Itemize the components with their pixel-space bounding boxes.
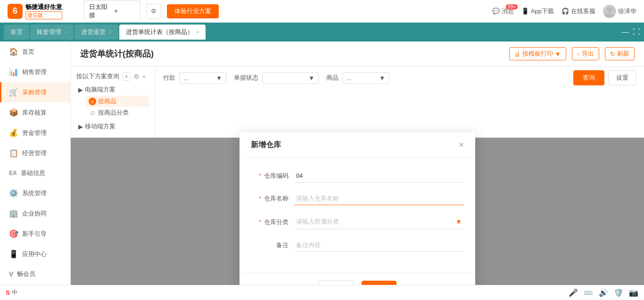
tab-account-close-icon[interactable]: × (64, 29, 67, 35)
dialog-title: 新增仓库 (251, 140, 281, 150)
avatar (603, 5, 616, 18)
headset-icon: 🎧 (561, 8, 569, 15)
status-select[interactable]: ▼ (262, 72, 319, 84)
tab-home[interactable]: 首页 (4, 25, 29, 40)
user-menu[interactable]: 徐泽华 (603, 5, 636, 18)
tab-maximize-icon[interactable]: ⛶ (633, 28, 640, 36)
store-selector[interactable]: 日太阳膜 ▼ (84, 0, 140, 22)
sidebar-item-system[interactable]: ⚙️ 系统管理 (0, 183, 70, 203)
name-input[interactable] (294, 192, 464, 205)
logo-icon: 6 (8, 4, 23, 19)
scheme-settings-icon[interactable]: ⚙ (133, 73, 140, 80)
trial-button[interactable]: 体验行业方案 (167, 4, 219, 18)
add-scheme-button[interactable]: + (122, 72, 131, 81)
print-chevron-icon: ▼ (555, 50, 561, 58)
filter-tree-area: 按以下方案查询 + ⚙ « ▶ 电脑端方案 ⊙ 按商品 (71, 67, 156, 137)
action-buttons: 查询 设置 (573, 70, 636, 85)
form-row-code: * 仓库编码 (251, 169, 464, 183)
sidebar-item-app-center[interactable]: 📱 应用中心 (0, 244, 70, 264)
payment-chevron-icon: ▼ (216, 75, 222, 82)
tab-purchase-return-close-icon[interactable]: × (108, 29, 111, 35)
tab-purchase-stats-close-icon[interactable]: × (196, 29, 199, 35)
bottom-icons: 🎤 ⌨️ 🔊 🛡️ 📷 (569, 288, 638, 297)
svg-point-0 (607, 7, 612, 13)
sidebar-item-basic-info[interactable]: EA 基础信息 (0, 163, 70, 183)
inventory-icon: 📦 (9, 108, 18, 117)
keyboard-icon[interactable]: ⌨️ (584, 288, 593, 297)
goods-select[interactable]: ... ▼ (342, 72, 389, 84)
sidebar-item-inventory[interactable]: 📦 库存核算 (0, 102, 70, 123)
refresh-button[interactable]: ↻ 刷新 (605, 47, 635, 60)
brand-logo: S (6, 289, 10, 296)
form-row-note: 备注 (251, 239, 464, 252)
tree-child-by-category[interactable]: ⊙ 按商品分类 (86, 107, 149, 118)
mic-icon[interactable]: 🎤 (569, 288, 578, 297)
brand-label: 中 (12, 289, 17, 297)
tree-mobile-arrow-icon: ▶ (78, 123, 83, 130)
export-button[interactable]: ↑ 导出 (572, 47, 600, 60)
sidebar-item-finance[interactable]: 💰 资金管理 (0, 123, 70, 143)
export-icon: ↑ (577, 50, 580, 58)
sidebar-item-newbie[interactable]: 🎯 新手引导 (0, 224, 70, 244)
sidebar-item-vip[interactable]: V 畅会员 (0, 264, 70, 284)
code-input[interactable] (294, 169, 464, 183)
tab-controls: — ⛶ (621, 28, 640, 36)
username-label: 徐泽华 (618, 7, 636, 16)
note-input[interactable] (294, 239, 464, 252)
active-scheme-icon: ⊙ (89, 98, 96, 105)
category-arrow-icon: ▼ (455, 218, 462, 225)
search-button[interactable]: 查询 (573, 70, 604, 85)
setting-button[interactable]: 设置 (608, 70, 636, 85)
svg-point-1 (605, 13, 614, 18)
tree-desktop-parent[interactable]: ▶ 电脑端方案 (76, 84, 149, 95)
tab-minimize-icon[interactable]: — (621, 28, 629, 36)
notification-icon: 💬 (492, 8, 500, 15)
notification-button[interactable]: 💬 消息 99+ (492, 7, 514, 16)
dialog-close-icon[interactable]: × (459, 140, 464, 150)
home-icon: 🏠 (9, 47, 18, 56)
query-row1: 付款 ... ▼ 单据状态 ▼ 商品 (163, 70, 636, 85)
category-label: * 仓库分类 (251, 218, 289, 226)
sidebar-item-home[interactable]: 🏠 首页 (0, 42, 70, 62)
print-icon: 🖨 (514, 50, 520, 58)
sidebar-item-sales[interactable]: 📊 销售管理 (0, 62, 70, 82)
app-center-icon: 📱 (9, 250, 18, 258)
basic-info-icon: EA (9, 170, 17, 176)
collapse-icon[interactable]: « (142, 73, 146, 80)
vip-icon: V (9, 270, 13, 278)
purchase-icon: 🛒 (9, 88, 18, 97)
tree-mobile-parent[interactable]: ▶ 移动端方案 (76, 121, 149, 132)
goods-chevron-icon: ▼ (379, 75, 385, 82)
print-button[interactable]: 🖨 按模板打印 ▼ (509, 47, 566, 60)
payment-value: ... (183, 75, 189, 82)
app-download-button[interactable]: 📱 App下载 (521, 7, 554, 16)
modal-overlay: 新增仓库 × * 仓库编码 (71, 138, 644, 300)
dialog-header: 新增仓库 × (239, 133, 475, 158)
settings-icon[interactable]: ⚙ (146, 4, 161, 19)
code-label: * 仓库编码 (251, 172, 289, 180)
enterprise-icon: 🏢 (9, 209, 18, 218)
main-layout: 🏠 首页 📊 销售管理 🛒 采购管理 📦 库存核算 💰 资金管理 📋 经营管理 … (0, 42, 644, 300)
tree-arrow-icon: ▶ (78, 86, 83, 93)
logo-area: 6 畅捷通好生意 捷贝版 (8, 3, 78, 19)
camera-icon[interactable]: 📷 (629, 288, 638, 297)
dialog-body: * 仓库编码 * 仓库名称 (239, 158, 475, 273)
tab-purchase-stats[interactable]: 进货单统计表（按商品） × (119, 25, 206, 40)
sidebar-item-enterprise[interactable]: 🏢 企业协同 (0, 203, 70, 224)
tab-account[interactable]: 账套管理 × (30, 25, 74, 40)
tree-mobile-group: ▶ 移动端方案 (76, 121, 149, 132)
category-select[interactable]: 请输入所属分类 ▼ (294, 215, 464, 229)
filter-header: 按以下方案查询 + ⚙ « (76, 72, 149, 81)
volume-icon[interactable]: 🔊 (599, 288, 608, 297)
top-right-area: 💬 消息 99+ 📱 App下载 🎧 在线客服 徐泽华 (492, 5, 636, 18)
online-service-button[interactable]: 🎧 在线客服 (561, 7, 595, 16)
filter-query-area: 按以下方案查询 + ⚙ « ▶ 电脑端方案 ⊙ 按商品 (71, 67, 644, 138)
tree-child-by-goods[interactable]: ⊙ 按商品 (86, 96, 149, 107)
shield-icon[interactable]: 🛡️ (614, 288, 623, 297)
content-area: 进货单统计(按商品) 🖨 按模板打印 ▼ ↑ 导出 ↻ 刷新 (71, 42, 644, 300)
sidebar-item-purchase[interactable]: 🛒 采购管理 (0, 82, 70, 102)
tab-purchase-return[interactable]: 进货退货 × (74, 25, 118, 40)
payment-select[interactable]: ... ▼ (179, 72, 226, 84)
sidebar-item-operations[interactable]: 📋 经营管理 (0, 143, 70, 163)
tree-desktop-children: ⊙ 按商品 ⊙ 按商品分类 (76, 96, 149, 118)
